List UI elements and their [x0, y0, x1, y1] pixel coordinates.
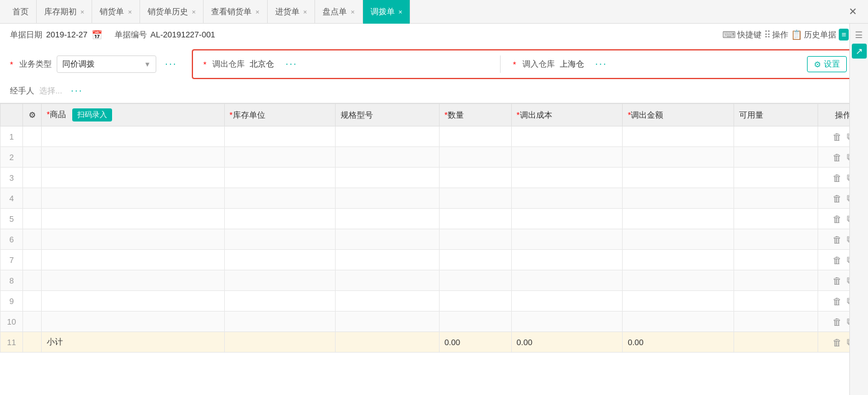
row-cost-cell[interactable]	[511, 229, 623, 250]
row-qty-cell[interactable]	[439, 126, 511, 147]
row-available-cell[interactable]	[734, 209, 818, 229]
row-cost-cell[interactable]	[511, 126, 623, 147]
row-cost-cell[interactable]	[511, 270, 623, 291]
settings-btn[interactable]: ⚙ 设置	[807, 56, 847, 72]
row-spec-cell[interactable]	[336, 250, 439, 270]
row-product-cell[interactable]	[42, 270, 225, 291]
row-unit-cell[interactable]	[224, 188, 336, 209]
row-unit-cell[interactable]	[224, 312, 336, 332]
row-unit-cell[interactable]	[224, 291, 336, 312]
warehouse-in-more-btn[interactable]: ···	[595, 59, 607, 70]
row-amount-cell[interactable]	[623, 147, 734, 168]
row-unit-cell[interactable]	[224, 250, 336, 270]
row-amount-cell[interactable]	[623, 270, 734, 291]
row-cost-cell[interactable]	[511, 147, 623, 168]
row-cost-cell[interactable]	[511, 188, 623, 209]
row-unit-cell[interactable]	[224, 270, 336, 291]
delete-icon[interactable]: 🗑	[833, 193, 842, 204]
delete-icon[interactable]: 🗑	[833, 234, 842, 245]
row-product-cell[interactable]	[42, 168, 225, 188]
row-qty-cell[interactable]	[439, 147, 511, 168]
row-unit-cell[interactable]	[224, 126, 336, 147]
delete-icon[interactable]: 🗑	[833, 275, 842, 286]
row-cost-cell[interactable]	[511, 250, 623, 270]
close-icon[interactable]: ×	[399, 8, 402, 16]
row-product-cell[interactable]	[42, 229, 225, 250]
row-spec-cell[interactable]	[336, 209, 439, 229]
warehouse-out-more-btn[interactable]: ···	[285, 59, 297, 70]
row-product-cell[interactable]	[42, 312, 225, 332]
row-amount-cell[interactable]	[623, 250, 734, 270]
close-icon[interactable]: ×	[351, 8, 354, 16]
row-spec-cell[interactable]	[336, 188, 439, 209]
tab-inventory-init[interactable]: 库存期初 ×	[37, 0, 92, 24]
calendar-icon[interactable]: 📅	[92, 30, 102, 40]
person-select[interactable]: 选择...	[39, 85, 62, 97]
tab-transfer[interactable]: 调拨单 ×	[363, 0, 410, 24]
tabs-close-button[interactable]: ✕	[842, 6, 863, 17]
biz-type-select[interactable]: 同价调拨 ▼	[57, 55, 156, 73]
row-qty-cell[interactable]	[439, 229, 511, 250]
close-icon[interactable]: ×	[128, 8, 131, 16]
row-spec-cell[interactable]	[336, 332, 439, 353]
row-spec-cell[interactable]	[336, 147, 439, 168]
delete-icon[interactable]: 🗑	[833, 337, 842, 348]
row-product-cell[interactable]	[42, 209, 225, 229]
close-icon[interactable]: ×	[80, 8, 84, 16]
row-qty-cell[interactable]	[439, 209, 511, 229]
row-qty-cell[interactable]	[439, 250, 511, 270]
row-amount-cell[interactable]	[623, 291, 734, 312]
row-product-cell[interactable]	[42, 291, 225, 312]
scan-input-btn[interactable]: 扫码录入	[72, 108, 112, 121]
row-qty-cell[interactable]: 0.00	[439, 332, 511, 353]
row-spec-cell[interactable]	[336, 126, 439, 147]
row-spec-cell[interactable]	[336, 229, 439, 250]
row-available-cell[interactable]	[734, 188, 818, 209]
person-more-btn[interactable]: ···	[71, 85, 83, 97]
history-btn[interactable]: 📋 历史单据	[791, 29, 836, 40]
row-available-cell[interactable]	[734, 168, 818, 188]
delete-icon[interactable]: 🗑	[833, 152, 842, 163]
row-available-cell[interactable]	[734, 291, 818, 312]
row-cost-cell[interactable]: 0.00	[511, 332, 623, 353]
row-cost-cell[interactable]	[511, 209, 623, 229]
operations-btn[interactable]: ⠿ 操作	[764, 29, 788, 40]
layout-btn-active[interactable]: ≡	[839, 29, 849, 40]
delete-icon[interactable]: 🗑	[833, 131, 842, 142]
row-unit-cell[interactable]	[224, 209, 336, 229]
shortcuts-btn[interactable]: ⌨ 快捷键	[722, 29, 762, 40]
tab-sales-order[interactable]: 销货单 ×	[92, 0, 139, 24]
gear-settings-icon[interactable]: ⚙	[29, 110, 36, 120]
close-icon[interactable]: ×	[255, 8, 259, 16]
row-spec-cell[interactable]	[336, 291, 439, 312]
delete-icon[interactable]: 🗑	[833, 173, 842, 183]
row-amount-cell[interactable]	[623, 312, 734, 332]
row-product-cell[interactable]	[42, 188, 225, 209]
row-spec-cell[interactable]	[336, 270, 439, 291]
row-amount-cell[interactable]: 0.00	[623, 332, 734, 353]
row-qty-cell[interactable]	[439, 168, 511, 188]
row-available-cell[interactable]	[734, 312, 818, 332]
row-unit-cell[interactable]	[224, 147, 336, 168]
row-amount-cell[interactable]	[623, 126, 734, 147]
row-unit-cell[interactable]	[224, 168, 336, 188]
row-qty-cell[interactable]	[439, 188, 511, 209]
row-available-cell[interactable]	[734, 270, 818, 291]
sidebar-list-icon[interactable]: ☰	[852, 27, 867, 42]
row-qty-cell[interactable]	[439, 291, 511, 312]
row-unit-cell[interactable]	[224, 332, 336, 353]
row-amount-cell[interactable]	[623, 168, 734, 188]
row-cost-cell[interactable]	[511, 312, 623, 332]
delete-icon[interactable]: 🗑	[833, 255, 842, 265]
row-spec-cell[interactable]	[336, 312, 439, 332]
tab-purchase[interactable]: 进货单 ×	[268, 0, 315, 24]
row-cost-cell[interactable]	[511, 168, 623, 188]
sidebar-export-icon[interactable]: ↗	[852, 44, 867, 59]
row-available-cell[interactable]	[734, 229, 818, 250]
row-qty-cell[interactable]	[439, 270, 511, 291]
row-unit-cell[interactable]	[224, 229, 336, 250]
delete-icon[interactable]: 🗑	[833, 214, 842, 224]
delete-icon[interactable]: 🗑	[833, 316, 842, 327]
row-available-cell[interactable]	[734, 147, 818, 168]
row-product-cell[interactable]	[42, 147, 225, 168]
